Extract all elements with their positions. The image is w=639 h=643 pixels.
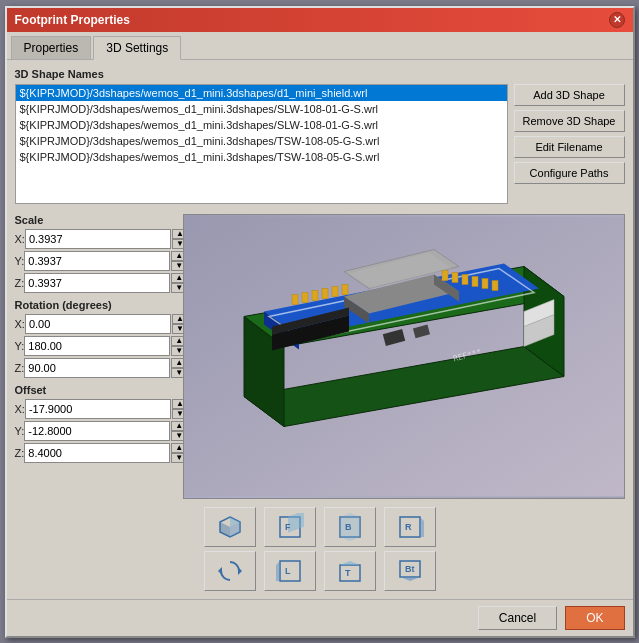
scale-x-axis-label: X: <box>15 233 25 245</box>
shape-names-section: ${KIPRJMOD}/3dshapes/wemos_d1_mini.3dsha… <box>15 84 625 204</box>
svg-marker-46 <box>218 567 222 575</box>
add-3d-shape-button[interactable]: Add 3D Shape <box>514 84 625 106</box>
tab-properties[interactable]: Properties <box>11 36 92 59</box>
offset-z-row: Z: ▲ ▼ <box>15 443 175 463</box>
3d-view-icon <box>216 513 244 541</box>
main-area: Scale X: ▲ ▼ Y: ▲ ▼ <box>15 214 625 499</box>
list-item[interactable]: ${KIPRJMOD}/3dshapes/wemos_d1_mini.3dsha… <box>16 133 507 149</box>
configure-paths-button[interactable]: Configure Paths <box>514 162 625 184</box>
offset-y-axis-label: Y: <box>15 425 25 437</box>
rotate-icon <box>216 557 244 585</box>
scale-z-axis-label: Z: <box>15 277 25 289</box>
left-view-icon: L <box>276 557 304 585</box>
offset-group: Offset X: ▲ ▼ Y: ▲ ▼ <box>15 384 175 463</box>
tab-3d-settings[interactable]: 3D Settings <box>93 36 181 60</box>
svg-text:Bt: Bt <box>405 564 415 574</box>
cancel-button[interactable]: Cancel <box>478 606 557 630</box>
list-item[interactable]: ${KIPRJMOD}/3dshapes/wemos_d1_mini.3dsha… <box>16 117 507 133</box>
list-item[interactable]: ${KIPRJMOD}/3dshapes/wemos_d1_mini.3dsha… <box>16 101 507 117</box>
rotation-x-input[interactable] <box>25 314 171 334</box>
svg-marker-51 <box>340 561 360 565</box>
rotation-z-row: Z: ▲ ▼ <box>15 358 175 378</box>
offset-x-row: X: ▲ ▼ <box>15 399 175 419</box>
offset-y-row: Y: ▲ ▼ <box>15 421 175 441</box>
rotation-y-row: Y: ▲ ▼ <box>15 336 175 356</box>
controls-panel: Scale X: ▲ ▼ Y: ▲ ▼ <box>15 214 175 499</box>
list-item[interactable]: ${KIPRJMOD}/3dshapes/wemos_d1_mini.3dsha… <box>16 149 507 165</box>
bottom-toolbar: F B R <box>15 507 625 591</box>
svg-rect-16 <box>312 290 318 300</box>
svg-text:B: B <box>345 522 352 532</box>
close-button[interactable]: ✕ <box>609 12 625 28</box>
scale-label: Scale <box>15 214 175 226</box>
rotation-x-row: X: ▲ ▼ <box>15 314 175 334</box>
svg-text:L: L <box>285 566 291 576</box>
list-item[interactable]: ${KIPRJMOD}/3dshapes/wemos_d1_mini.3dsha… <box>16 85 507 101</box>
tab-content: 3D Shape Names ${KIPRJMOD}/3dshapes/wemo… <box>7 60 633 599</box>
scale-x-row: X: ▲ ▼ <box>15 229 175 249</box>
title-bar: Footprint Properties ✕ <box>7 8 633 32</box>
offset-x-input[interactable] <box>25 399 171 419</box>
tabs-row: Properties 3D Settings <box>7 32 633 60</box>
footer-row: Cancel OK <box>7 599 633 636</box>
right-view-icon: R <box>396 513 424 541</box>
offset-z-axis-label: Z: <box>15 447 25 459</box>
3d-scene-svg: REF*** <box>184 215 624 498</box>
back-view-button[interactable]: B <box>324 507 376 547</box>
window-title: Footprint Properties <box>15 13 130 27</box>
edit-filename-button[interactable]: Edit Filename <box>514 136 625 158</box>
offset-y-input[interactable] <box>24 421 170 441</box>
rotation-y-axis-label: Y: <box>15 340 25 352</box>
ok-button[interactable]: OK <box>565 606 624 630</box>
svg-rect-23 <box>482 278 488 288</box>
rotate-button[interactable] <box>204 551 256 591</box>
rotation-y-input[interactable] <box>24 336 170 356</box>
svg-marker-48 <box>276 561 280 581</box>
left-view-button[interactable]: L <box>264 551 316 591</box>
bottom-view-icon: Bt <box>396 557 424 585</box>
svg-rect-17 <box>302 292 308 302</box>
svg-marker-45 <box>238 567 242 575</box>
svg-text:T: T <box>345 568 351 578</box>
shape-list[interactable]: ${KIPRJMOD}/3dshapes/wemos_d1_mini.3dsha… <box>15 84 508 204</box>
top-view-icon: T <box>336 557 364 585</box>
svg-marker-54 <box>400 577 420 581</box>
top-view-button[interactable]: T <box>324 551 376 591</box>
main-window: Footprint Properties ✕ Properties 3D Set… <box>5 6 635 638</box>
svg-rect-18 <box>292 294 298 304</box>
svg-rect-22 <box>472 276 478 286</box>
toolbar-row-2: L T Bt <box>204 551 436 591</box>
svg-rect-14 <box>332 286 338 296</box>
view-3d-button[interactable] <box>204 507 256 547</box>
offset-label: Offset <box>15 384 175 396</box>
3d-viewer[interactable]: REF*** <box>183 214 625 499</box>
scale-y-row: Y: ▲ ▼ <box>15 251 175 271</box>
svg-rect-15 <box>342 284 348 294</box>
offset-z-input[interactable] <box>24 443 170 463</box>
svg-rect-21 <box>462 274 468 284</box>
svg-rect-24 <box>492 280 498 290</box>
rotation-x-axis-label: X: <box>15 318 25 330</box>
remove-3d-shape-button[interactable]: Remove 3D Shape <box>514 110 625 132</box>
front-view-icon: F <box>276 513 304 541</box>
scale-group: Scale X: ▲ ▼ Y: ▲ ▼ <box>15 214 175 293</box>
scale-x-input[interactable] <box>25 229 171 249</box>
scale-y-axis-label: Y: <box>15 255 25 267</box>
svg-text:R: R <box>405 522 412 532</box>
rotation-z-axis-label: Z: <box>15 362 25 374</box>
right-view-button[interactable]: R <box>384 507 436 547</box>
front-view-button[interactable]: F <box>264 507 316 547</box>
shape-names-label: 3D Shape Names <box>15 68 625 80</box>
svg-text:F: F <box>285 522 291 532</box>
rotation-z-input[interactable] <box>24 358 170 378</box>
bottom-view-button[interactable]: Bt <box>384 551 436 591</box>
offset-x-axis-label: X: <box>15 403 25 415</box>
side-buttons: Add 3D Shape Remove 3D Shape Edit Filena… <box>514 84 625 204</box>
rotation-label: Rotation (degrees) <box>15 299 175 311</box>
scale-y-input[interactable] <box>24 251 170 271</box>
svg-rect-20 <box>452 272 458 282</box>
scale-z-row: Z: ▲ ▼ <box>15 273 175 293</box>
rotation-group: Rotation (degrees) X: ▲ ▼ Y: ▲ <box>15 299 175 378</box>
scale-z-input[interactable] <box>24 273 170 293</box>
back-view-icon: B <box>336 513 364 541</box>
